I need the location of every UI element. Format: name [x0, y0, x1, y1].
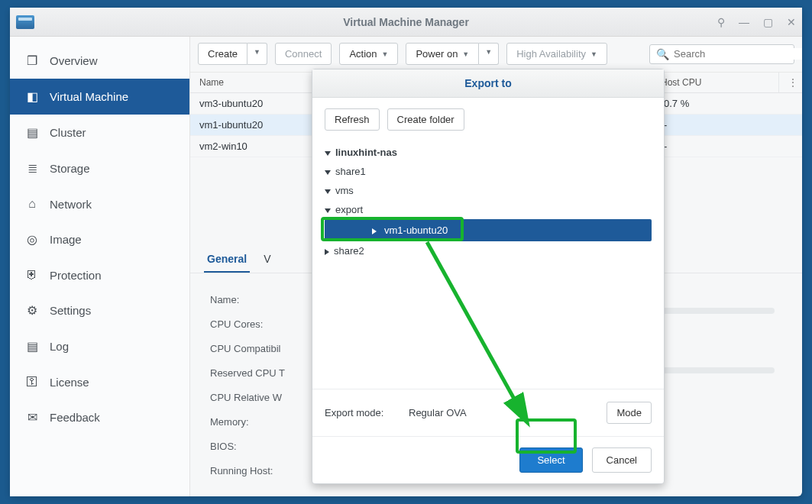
sidebar-item-label: Cluster	[50, 126, 86, 139]
col-menu-icon[interactable]: ⋮	[779, 73, 797, 92]
tab-general[interactable]: General	[204, 247, 250, 273]
sidebar-item-virtual-machine[interactable]: ◧Virtual Machine	[10, 79, 189, 115]
tab-partial[interactable]: V	[260, 247, 273, 273]
sidebar-item-image[interactable]: ◎Image	[10, 221, 189, 257]
settings-icon: ⚙	[24, 303, 40, 318]
search-icon: 🔍	[656, 48, 669, 60]
tree-node-vm1-ubuntu20[interactable]: vm1-ubuntu20	[325, 219, 652, 241]
cancel-button[interactable]: Cancel	[592, 447, 652, 473]
create-button[interactable]: Create	[198, 43, 247, 65]
window-title: Virtual Machine Manager	[343, 16, 469, 28]
sidebar-item-cluster[interactable]: ▤Cluster	[10, 115, 189, 150]
log-icon: ▤	[24, 339, 40, 354]
sidebar-item-label: Image	[50, 233, 82, 246]
power-on-button[interactable]: Power on▼	[406, 43, 479, 65]
sidebar-item-log[interactable]: ▤Log	[10, 328, 189, 364]
sidebar-item-label: Network	[50, 198, 92, 211]
app-icon	[16, 15, 34, 29]
sidebar-item-label: Feedback	[50, 411, 100, 424]
tree-node-vms[interactable]: vms	[325, 181, 652, 200]
sidebar-item-license[interactable]: ⚿License	[10, 364, 189, 399]
search-input[interactable]	[674, 48, 802, 60]
chevron-down-icon: ▼	[382, 50, 389, 58]
sidebar-item-storage[interactable]: ≣Storage	[10, 150, 189, 186]
sidebar-item-settings[interactable]: ⚙Settings	[10, 292, 189, 328]
minimize-icon[interactable]: —	[739, 16, 749, 28]
sidebar-item-overview[interactable]: ❐Overview	[10, 43, 189, 79]
protection-icon: ⛨	[24, 268, 40, 282]
connect-button[interactable]: Connect	[275, 43, 332, 65]
toolbar: Create▼ Connect Action▼ Power on▼▼ High …	[190, 37, 802, 73]
sidebar-item-label: License	[50, 376, 89, 389]
sidebar-item-label: Overview	[50, 54, 98, 67]
tree-node-share2[interactable]: share2	[325, 241, 652, 260]
sidebar-item-network[interactable]: ⌂Network	[10, 186, 189, 221]
overview-icon: ❐	[24, 53, 40, 68]
export-dialog: Export to Refresh Create folder linuxhin…	[312, 69, 665, 484]
select-button[interactable]: Select	[519, 447, 582, 473]
feedback-icon: ✉	[24, 410, 40, 425]
dialog-title: Export to	[312, 69, 664, 98]
app-window: Virtual Machine Manager ⚲ — ▢ ✕ ❐Overvie…	[10, 8, 802, 496]
tree-node-export[interactable]: export	[325, 200, 652, 219]
create-dropdown[interactable]: ▼	[247, 43, 267, 65]
sidebar-item-label: Virtual Machine	[50, 90, 128, 103]
ha-button[interactable]: High Availability▼	[506, 43, 607, 65]
action-button[interactable]: Action▼	[339, 43, 398, 65]
search-box[interactable]: 🔍	[649, 44, 794, 64]
cluster-icon: ▤	[24, 125, 40, 140]
vm-icon: ◧	[24, 89, 40, 104]
license-icon: ⚿	[24, 375, 40, 389]
col-host-cpu[interactable]: Host CPU	[652, 73, 779, 92]
close-icon[interactable]: ✕	[787, 16, 796, 28]
tree-node-nas[interactable]: linuxhint-nas	[325, 143, 652, 162]
power-on-dropdown[interactable]: ▼	[479, 43, 499, 65]
chevron-down-icon: ▼	[590, 50, 597, 58]
image-icon: ◎	[24, 232, 40, 247]
create-folder-button[interactable]: Create folder	[387, 108, 464, 131]
titlebar: Virtual Machine Manager ⚲ — ▢ ✕	[10, 8, 802, 37]
storage-icon: ≣	[24, 161, 40, 176]
sidebar-item-label: Protection	[50, 269, 102, 282]
sidebar-item-label: Storage	[50, 162, 90, 175]
folder-tree: linuxhint-nas share1 vms export vm1-ubun…	[325, 140, 652, 260]
tree-node-share1[interactable]: share1	[325, 162, 652, 181]
chevron-down-icon: ▼	[462, 50, 469, 58]
export-mode-value: Regular OVA	[409, 407, 467, 418]
sidebar-item-feedback[interactable]: ✉Feedback	[10, 399, 189, 435]
mode-button[interactable]: Mode	[607, 402, 652, 424]
refresh-button[interactable]: Refresh	[325, 108, 380, 131]
export-mode-row: Export mode: Regular OVA Mode	[312, 389, 664, 437]
sidebar-item-label: Log	[50, 340, 69, 353]
sidebar: ❐Overview ◧Virtual Machine ▤Cluster ≣Sto…	[10, 37, 190, 496]
network-icon: ⌂	[24, 197, 40, 211]
sidebar-item-label: Settings	[50, 304, 91, 317]
maximize-icon[interactable]: ▢	[763, 16, 773, 28]
sidebar-item-protection[interactable]: ⛨Protection	[10, 257, 189, 292]
pin-icon[interactable]: ⚲	[717, 16, 725, 28]
